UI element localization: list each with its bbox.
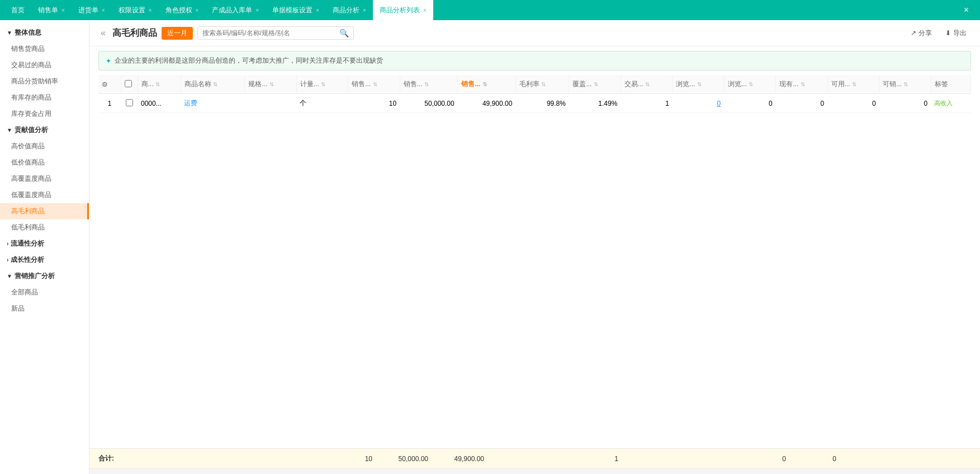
col-spec-header[interactable]: 规格... ⇅	[245, 75, 296, 94]
share-button[interactable]: ↗ 分享	[906, 26, 936, 40]
sort-current-icon: ⇅	[801, 81, 805, 87]
sidebar-collapse-button[interactable]: «	[98, 26, 108, 40]
window-close-button[interactable]: ×	[957, 5, 976, 15]
export-button[interactable]: ⬇ 导出	[941, 26, 971, 40]
footer-available: 0	[752, 455, 786, 463]
sort-sellable-icon: ⇅	[903, 81, 908, 87]
table-header-row: ⚙ 商... ⇅ 商品名称 ⇅	[98, 75, 971, 94]
col-tag-header[interactable]: 标签	[931, 75, 970, 94]
page-title: 高毛利商品	[112, 27, 157, 39]
sort-browse1-icon: ⇅	[697, 81, 702, 87]
sidebar-item-new-goods[interactable]: 新品	[0, 301, 89, 317]
col-name-header[interactable]: 商品名称 ⇅	[181, 75, 245, 94]
sidebar-item-traded-goods[interactable]: 交易过的商品	[0, 57, 89, 73]
table-container[interactable]: ⚙ 商... ⇅ 商品名称 ⇅	[98, 75, 971, 448]
sidebar-item-high-margin[interactable]: 高毛利商品	[0, 203, 89, 219]
row-checkbox[interactable]	[121, 94, 138, 113]
nav-home[interactable]: 首页	[4, 0, 31, 20]
sidebar-item-goods-assist-rate[interactable]: 商品分货助销率	[0, 73, 89, 90]
col-sales3-header[interactable]: 销售... ⇅	[458, 75, 516, 94]
col-current-header[interactable]: 现有... ⇅	[776, 75, 827, 94]
sidebar-item-stock-capital[interactable]: 库存资金占用	[0, 106, 89, 122]
col-browse1-header[interactable]: 浏览... ⇅	[673, 75, 724, 94]
sidebar-item-high-coverage[interactable]: 高覆盖度商品	[0, 171, 89, 187]
data-table: ⚙ 商... ⇅ 商品名称 ⇅	[98, 75, 971, 113]
sidebar-group-growth[interactable]: › 成长性分析	[0, 252, 89, 268]
row-gross-rate: 99.8%	[515, 94, 569, 113]
close-purchase-order-icon[interactable]: ×	[102, 7, 105, 13]
sidebar-item-low-margin[interactable]: 低毛利商品	[0, 219, 89, 236]
sidebar-group-liquidity[interactable]: › 流通性分析	[0, 236, 89, 252]
select-all-checkbox[interactable]	[125, 80, 132, 87]
sort-code-icon: ⇅	[155, 81, 160, 87]
search-icon[interactable]: 🔍	[339, 29, 349, 37]
search-box[interactable]: 🔍	[197, 26, 354, 40]
sidebar-item-high-value[interactable]: 高价值商品	[0, 138, 89, 154]
bottom-scrollbar[interactable]	[89, 468, 980, 474]
footer-sales3: 49,900.00	[439, 455, 484, 463]
sort-unit-icon: ⇅	[321, 81, 325, 87]
col-sales1-header[interactable]: 销售... ⇅	[348, 75, 400, 94]
arrow-marketing-icon: ▼	[7, 273, 12, 279]
row-coverage: 1.49%	[569, 94, 621, 113]
col-unit-header[interactable]: 计量... ⇅	[296, 75, 348, 94]
row-current: 0	[776, 94, 827, 113]
col-coverage-header[interactable]: 覆盖... ⇅	[569, 75, 621, 94]
sidebar-item-in-stock-goods[interactable]: 有库存的商品	[0, 90, 89, 106]
sidebar-group-marketing[interactable]: ▼ 营销推广分析	[0, 268, 89, 284]
sort-available-icon: ⇅	[852, 81, 856, 87]
sidebar-group-contribution[interactable]: ▼ 贡献值分析	[0, 122, 89, 138]
nav-permission-settings[interactable]: 权限设置 ×	[112, 0, 159, 20]
nav-role-auth[interactable]: 角色授权 ×	[159, 0, 206, 20]
close-product-inbound-icon[interactable]: ×	[255, 7, 259, 13]
sort-sales3-icon: ⇅	[482, 81, 487, 87]
arrow-liquidity-icon: ›	[7, 241, 8, 247]
footer-sellable: 0	[803, 455, 836, 463]
col-gross-rate-header[interactable]: 毛利率 ⇅	[515, 75, 569, 94]
close-sales-order-icon[interactable]: ×	[61, 7, 65, 13]
row-unit: 个	[296, 94, 348, 113]
table-body: 1 0000... 运费 个 10 50,000.00 49,900.00 99…	[98, 94, 971, 113]
sidebar-group-overview[interactable]: ▼ 整体信息	[0, 25, 89, 41]
period-filter-button[interactable]: 近一月	[162, 27, 193, 40]
close-permission-icon[interactable]: ×	[149, 7, 152, 13]
nav-sales-order[interactable]: 销售单 ×	[31, 0, 72, 20]
row-spec	[245, 94, 296, 113]
row-check-0[interactable]	[126, 99, 133, 106]
search-input[interactable]	[202, 29, 339, 37]
close-product-analysis-icon[interactable]: ×	[363, 7, 366, 13]
col-sales2-header[interactable]: 销售... ⇅	[400, 75, 458, 94]
close-analysis-list-icon[interactable]: ×	[423, 7, 427, 13]
row-browse2: 0	[724, 94, 775, 113]
sidebar: ▼ 整体信息 销售货商品 交易过的商品 商品分货助销率 有库存的商品 库存资金占…	[0, 20, 89, 474]
info-bar: ✦ 企业的主要的利润都是这部分商品创造的，可考虑加大推广，同时关注库存是不要出现…	[98, 51, 971, 71]
nav-template-settings[interactable]: 单据模板设置 ×	[266, 0, 326, 20]
close-role-auth-icon[interactable]: ×	[196, 7, 199, 13]
nav-product-inbound[interactable]: 产成品入库单 ×	[205, 0, 266, 20]
arrow-growth-icon: ›	[7, 257, 8, 263]
info-icon: ✦	[106, 57, 111, 65]
row-browse1[interactable]: 0	[673, 94, 724, 113]
row-name[interactable]: 运费	[181, 94, 245, 113]
sidebar-item-all-goods[interactable]: 全部商品	[0, 284, 89, 301]
nav-product-analysis-list[interactable]: 商品分析列表 ×	[373, 0, 433, 20]
col-available-header[interactable]: 可用... ⇅	[827, 75, 879, 94]
sidebar-item-low-coverage[interactable]: 低覆盖度商品	[0, 187, 89, 203]
sort-browse2-icon: ⇅	[749, 81, 753, 87]
arrow-contribution-icon: ▼	[7, 127, 12, 133]
col-settings[interactable]: ⚙	[98, 75, 121, 94]
nav-product-analysis[interactable]: 商品分析 ×	[326, 0, 373, 20]
sidebar-item-sales-goods[interactable]: 销售货商品	[0, 41, 89, 57]
col-checkbox[interactable]	[121, 75, 138, 94]
settings-icon[interactable]: ⚙	[102, 81, 108, 88]
sidebar-item-low-value[interactable]: 低价值商品	[0, 154, 89, 171]
close-template-icon[interactable]: ×	[316, 7, 319, 13]
col-code-header[interactable]: 商... ⇅	[138, 75, 181, 94]
export-icon: ⬇	[945, 29, 951, 37]
nav-purchase-order[interactable]: 进货单 ×	[72, 0, 112, 20]
sort-sales1-icon: ⇅	[373, 81, 377, 87]
col-sellable-header[interactable]: 可销... ⇅	[879, 75, 931, 94]
col-browse2-header[interactable]: 浏览... ⇅	[724, 75, 775, 94]
row-sales3: 49,900.00	[458, 94, 516, 113]
col-transaction-header[interactable]: 交易... ⇅	[621, 75, 672, 94]
